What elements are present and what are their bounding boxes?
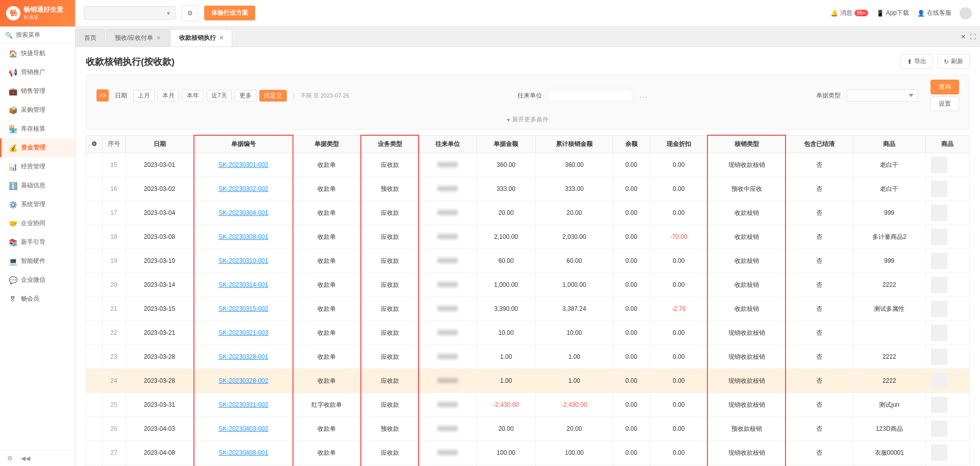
sidebar-item-xitongguanli[interactable]: ⚙️ 系统管理: [0, 195, 75, 214]
row-balance-cell: 0.00: [613, 225, 650, 249]
bill-no-link[interactable]: SK-20230314-001: [218, 281, 268, 288]
bill-no-link[interactable]: SK-20230403-002: [218, 425, 268, 432]
user-avatar[interactable]: [960, 7, 972, 19]
tabbar-actions: ✕ ⛶: [961, 33, 976, 40]
date-btn-this-year[interactable]: 本年: [182, 90, 204, 102]
online-service-action[interactable]: 👤 在线客服: [917, 9, 951, 17]
date-btn-more[interactable]: 更多: [235, 90, 256, 102]
sidebar-item-qiyexietong[interactable]: 🤝 企业协同: [0, 214, 75, 233]
expand-conditions-button[interactable]: ▾ 展开更多条件: [507, 115, 549, 124]
row-balance-cell: 0.00: [613, 201, 650, 225]
row-bill-amount-cell: 1.00: [476, 345, 535, 369]
row-bill-no-cell[interactable]: SK-20230408-001: [194, 441, 293, 465]
date-btn-custom[interactable]: 自定义: [259, 90, 287, 102]
row-bill-no-cell[interactable]: SK-20230331-002: [194, 393, 293, 417]
breadcrumb-input[interactable]: ▾: [84, 6, 176, 20]
row-biz-type-cell: 预收款: [361, 177, 419, 201]
data-table-container: ⚙ 序号 日期 单据编号 单据类型 业务类型 往来单位 单据金额 累计核销金额 …: [86, 135, 970, 466]
industry-solution-button[interactable]: 体验行业方案: [204, 6, 255, 20]
row-bill-no-cell[interactable]: SK-20230321-003: [194, 321, 293, 345]
topbar-settings-button[interactable]: ⚙: [182, 5, 198, 21]
row-goods-cell: 999: [853, 201, 925, 225]
bill-no-link[interactable]: SK-20230310-001: [218, 257, 268, 264]
tab-yushouyingshoufudan[interactable]: 预收/应收付单 ✕: [106, 29, 169, 46]
bill-type-filter-select[interactable]: [847, 89, 918, 102]
row-goods-img-cell: [925, 393, 969, 417]
query-button[interactable]: 查询: [930, 80, 959, 94]
bill-no-link[interactable]: SK-20230304-001: [218, 209, 268, 216]
row-goods-cell: 999: [853, 249, 925, 273]
sidebar-item-xiaoshouguanli[interactable]: 💼 销售管理: [0, 82, 75, 101]
bill-no-link[interactable]: SK-20230328-002: [218, 377, 268, 384]
refresh-button[interactable]: ↻ 刷新: [937, 54, 970, 69]
row-biz-type-cell: 应收款: [361, 249, 419, 273]
date-btn-this-month[interactable]: 本月: [158, 90, 179, 102]
row-cash-discount-cell: 0.00: [650, 273, 708, 297]
sidebar-item-zhinengyinjian[interactable]: 💻 智能硬件: [0, 252, 75, 271]
sidebar-item-yingxiaotuiguang[interactable]: 📢 营销推广: [0, 63, 75, 82]
bill-no-link[interactable]: SK-20230321-003: [218, 329, 268, 336]
sidebar-item-changhyuan[interactable]: 🎖 畅会员: [0, 289, 75, 308]
sidebar-item-kucunhesuan[interactable]: 🏪 库存核算: [0, 119, 75, 138]
col-header-cash-discount: 现金折扣: [650, 135, 708, 153]
tab-home[interactable]: 首页: [76, 29, 105, 46]
sidebar-item-zijinguanli[interactable]: 💰 资金管理: [0, 138, 75, 157]
bill-no-link[interactable]: SK-20230328-001: [218, 353, 268, 360]
bill-no-link[interactable]: SK-20230301-002: [218, 161, 268, 168]
row-include-settled-cell: 否: [786, 273, 853, 297]
maximize-icon[interactable]: ⛶: [970, 33, 976, 40]
bill-no-link[interactable]: SK-20230302-002: [218, 185, 268, 192]
partner-filter-input[interactable]: [548, 89, 634, 102]
logo-icon: 畅: [6, 6, 20, 20]
settings-small-button[interactable]: 设置: [930, 96, 959, 111]
bill-no-link[interactable]: SK-20230408-001: [218, 449, 268, 456]
marketing-icon: 📢: [9, 68, 17, 77]
row-bill-no-cell[interactable]: SK-20230315-002: [194, 297, 293, 321]
bill-no-link[interactable]: SK-20230308-001: [218, 233, 268, 240]
row-bill-no-cell[interactable]: SK-20230308-001: [194, 225, 293, 249]
messages-action[interactable]: 🔔 消息 99+: [830, 9, 868, 17]
row-bill-type-cell: 收款单: [293, 345, 361, 369]
row-partner-cell: XXXXX: [419, 273, 476, 297]
col-header-goods: 商品: [853, 135, 925, 153]
row-include-settled-cell: 否: [786, 177, 853, 201]
row-bill-type-cell: 收款单: [293, 417, 361, 441]
filter-toggle-button[interactable]: >>: [96, 89, 109, 102]
close-tab-icon[interactable]: ✕: [961, 33, 966, 40]
tab-close-icon[interactable]: ✕: [156, 35, 161, 41]
row-bill-no-cell[interactable]: SK-20230314-001: [194, 273, 293, 297]
app-download-action[interactable]: 📱 App下载: [876, 9, 909, 17]
main-area: ▾ ⚙ 体验行业方案 🔔 消息 99+ 📱 App下载 👤 在线客服: [76, 0, 980, 466]
sidebar-item-jichuxinxi[interactable]: ℹ️ 基础信息: [0, 176, 75, 195]
sidebar-item-jingyingguanli[interactable]: 📊 经营管理: [0, 157, 75, 176]
bill-no-link[interactable]: SK-20230331-002: [218, 401, 268, 408]
row-settings-cell: [86, 345, 103, 369]
row-writeoff-type-cell: 收款核销: [707, 249, 786, 273]
row-serial-cell: 26: [103, 417, 126, 441]
row-partner-cell: XXXXX: [419, 417, 476, 441]
sidebar-search[interactable]: 🔍 搜索菜单: [0, 27, 75, 44]
settings-gear-icon[interactable]: ⚙: [7, 455, 13, 462]
bill-no-link[interactable]: SK-20230315-002: [218, 305, 268, 312]
row-bill-no-cell[interactable]: SK-20230328-001: [194, 345, 293, 369]
page-header-actions: ⬆ 导出 ↻ 刷新: [900, 54, 970, 69]
row-cash-discount-cell: 0.00: [650, 177, 708, 201]
tab-close-icon[interactable]: ✕: [219, 35, 224, 41]
row-bill-no-cell[interactable]: SK-20230310-001: [194, 249, 293, 273]
sidebar-item-kuaijiedaohang[interactable]: 🏠 快捷导航: [0, 44, 75, 63]
date-btn-7days[interactable]: 近7天: [207, 90, 232, 102]
row-bill-no-cell[interactable]: SK-20230304-001: [194, 201, 293, 225]
row-bill-no-cell[interactable]: SK-20230301-002: [194, 153, 293, 177]
row-bill-no-cell[interactable]: SK-20230403-002: [194, 417, 293, 441]
export-button[interactable]: ⬆ 导出: [900, 54, 933, 69]
sidebar-item-caigouguanli[interactable]: 📦 采购管理: [0, 101, 75, 119]
col-header-settings[interactable]: ⚙: [86, 135, 103, 153]
row-bill-no-cell[interactable]: SK-20230328-002: [194, 369, 293, 393]
sidebar-item-xinshouyindao[interactable]: 📚 新手引导: [0, 233, 75, 252]
sidebar-collapse-icon[interactable]: ◀◀: [21, 455, 30, 462]
date-btn-last-month[interactable]: 上月: [133, 90, 155, 102]
tab-shoukuanhexiao[interactable]: 收款核销执行 ✕: [170, 29, 232, 46]
sidebar-item-qiyeweixin[interactable]: 💬 企业微信: [0, 271, 75, 289]
row-bill-no-cell[interactable]: SK-20230302-002: [194, 177, 293, 201]
row-settings-cell: [86, 369, 103, 393]
